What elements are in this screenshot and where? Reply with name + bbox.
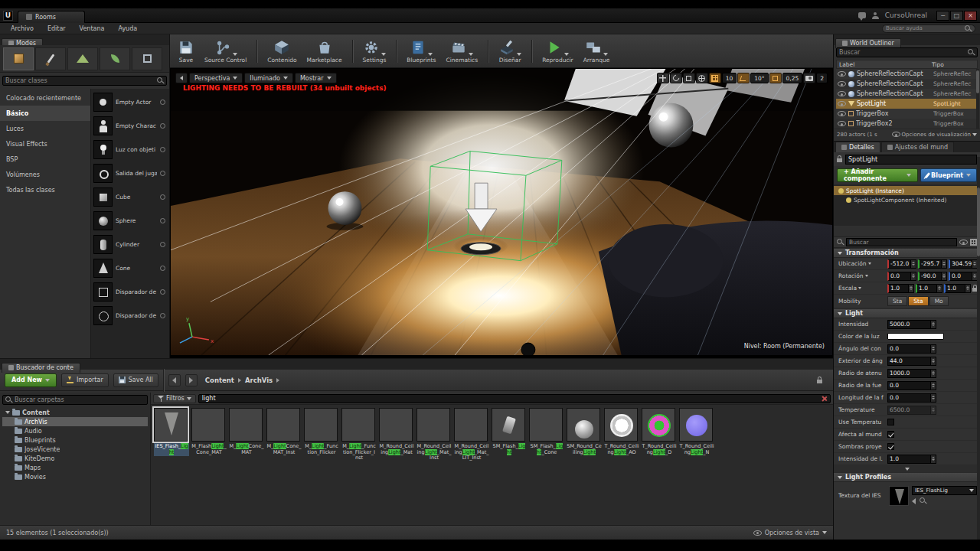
drag-handle-icon[interactable] bbox=[160, 313, 165, 318]
viewport-options-button[interactable] bbox=[175, 73, 188, 83]
chevron-down-icon[interactable] bbox=[858, 287, 861, 289]
drag-handle-icon[interactable] bbox=[160, 171, 165, 176]
value-field[interactable]: 6500.0 bbox=[887, 406, 936, 415]
outliner-search-input[interactable] bbox=[839, 49, 965, 56]
filters-button[interactable]: Filtros bbox=[153, 394, 196, 403]
folder-audio[interactable]: Audio bbox=[2, 426, 148, 435]
asset-t-round-ceilinglight-ao[interactable]: T_Round_CeilingLight_AO bbox=[604, 408, 639, 462]
breadcrumb-content[interactable]: Content bbox=[205, 377, 234, 384]
spinner[interactable] bbox=[910, 260, 916, 268]
spinner[interactable] bbox=[908, 285, 913, 292]
column-type[interactable]: Tipo bbox=[932, 61, 975, 68]
asset-sm-flash-light[interactable]: SM_Flash_Light bbox=[492, 408, 527, 462]
help-search-input[interactable] bbox=[886, 25, 962, 31]
spinner[interactable] bbox=[972, 272, 977, 280]
value-field[interactable]: 1.0 bbox=[887, 455, 936, 464]
mobility-option-1[interactable]: Sta bbox=[908, 296, 928, 306]
toolbar-disenar-button[interactable]: Diseñar bbox=[498, 39, 521, 64]
breadcrumb-archvis[interactable]: ArchVis bbox=[245, 377, 273, 384]
value-field[interactable]: 0.0 bbox=[887, 381, 936, 390]
details-search-input[interactable] bbox=[846, 238, 957, 246]
class-search[interactable] bbox=[2, 76, 167, 86]
scale-snap-value[interactable]: 0,25 bbox=[782, 73, 803, 83]
folder-content-root[interactable]: Content bbox=[2, 408, 148, 417]
mode-paint-button[interactable] bbox=[35, 47, 66, 70]
drag-handle-icon[interactable] bbox=[160, 123, 165, 129]
lock-icon[interactable] bbox=[837, 158, 842, 162]
checkbox[interactable] bbox=[887, 419, 894, 425]
category-basico[interactable]: Básico bbox=[0, 106, 90, 121]
rotation-snap-value[interactable]: 10° bbox=[750, 73, 768, 83]
mobility-option-2[interactable]: Mo bbox=[929, 296, 949, 306]
placeable-disparador-de[interactable]: Disparador de bbox=[91, 280, 169, 304]
visibility-eye-icon[interactable] bbox=[838, 91, 846, 96]
chrome-sphere-right[interactable] bbox=[649, 103, 694, 148]
add-component-button[interactable]: + Añadir componente bbox=[837, 168, 918, 182]
grid-snap-value[interactable]: 10 bbox=[722, 73, 737, 83]
outliner-row-spherereflectioncapt[interactable]: SphereReflectionCapt SphereReflec bbox=[836, 89, 978, 99]
clear-search-icon[interactable] bbox=[821, 396, 827, 402]
asset-t-round-ceilinglight-n[interactable]: T_Round_CeilingLight_N bbox=[679, 408, 714, 462]
tab-detalles[interactable]: Detalles bbox=[835, 142, 880, 152]
world-space-toggle[interactable] bbox=[696, 73, 708, 83]
menu-archivo[interactable]: Archivo bbox=[5, 24, 40, 34]
drag-handle-icon[interactable] bbox=[160, 218, 165, 223]
close-button[interactable]: × bbox=[964, 11, 977, 21]
visibility-eye-icon[interactable] bbox=[838, 111, 846, 116]
section-light[interactable]: Light bbox=[834, 308, 980, 318]
details-scrollbar[interactable] bbox=[977, 157, 980, 540]
column-label[interactable]: Label bbox=[839, 61, 929, 68]
chevron-down-icon[interactable] bbox=[865, 275, 868, 277]
toolbar-save-button[interactable]: Save bbox=[178, 39, 194, 64]
folder-maps[interactable]: Maps bbox=[2, 463, 148, 472]
rotation-snap-toggle[interactable] bbox=[737, 73, 750, 83]
expanded-arrow-icon[interactable] bbox=[5, 411, 10, 414]
import-button[interactable]: Importar bbox=[61, 373, 109, 387]
value-x[interactable]: 1.0 bbox=[887, 284, 914, 293]
chrome-sphere-left[interactable] bbox=[328, 191, 362, 225]
asset-m-light-function-flicker[interactable]: M_Light_Function_Flicker bbox=[304, 408, 339, 462]
spinner[interactable] bbox=[930, 394, 936, 402]
spinner[interactable] bbox=[930, 382, 936, 390]
outliner-row-triggerbox2[interactable]: TriggerBox2 TriggerBox bbox=[836, 119, 978, 129]
value-field[interactable]: 0.0 bbox=[887, 344, 936, 354]
category-colocado-recientemente[interactable]: Colocado recientemente bbox=[0, 90, 90, 106]
placeable-salida-del-juga[interactable]: Salida del juga bbox=[91, 161, 169, 185]
save-all-button[interactable]: Save All bbox=[113, 373, 158, 387]
minimize-button[interactable]: − bbox=[936, 11, 949, 21]
asset-search-input[interactable] bbox=[202, 395, 821, 402]
toolbar-reproducir-button[interactable]: Reproducir bbox=[542, 39, 573, 64]
settings-grid-icon[interactable] bbox=[970, 239, 977, 246]
viewport-iluminado-button[interactable]: Iluminado bbox=[244, 73, 293, 83]
viewport[interactable]: y x LIGHTING NEEDS TO BE REBUILT (34 unb… bbox=[170, 68, 833, 356]
section-light-profiles[interactable]: Light Profiles bbox=[834, 472, 980, 482]
help-search[interactable] bbox=[882, 24, 975, 33]
show-advanced-button[interactable] bbox=[834, 465, 980, 472]
value-field[interactable]: 44.0 bbox=[887, 357, 936, 366]
mobility-option-0[interactable]: Sta bbox=[887, 296, 907, 306]
blueprint-button[interactable]: Blueprint bbox=[920, 168, 977, 182]
visibility-eye-icon[interactable] bbox=[838, 101, 846, 106]
toolbar-contenido-button[interactable]: Contenido bbox=[267, 39, 296, 64]
asset-m-flashlight-cone-mat[interactable]: M_FlashLight_Cone_MAT bbox=[191, 408, 227, 462]
forward-button[interactable] bbox=[185, 374, 198, 386]
spinner[interactable] bbox=[941, 260, 946, 268]
menu-ventana[interactable]: Ventana bbox=[74, 24, 111, 34]
placeable-cone[interactable]: Cone bbox=[91, 256, 169, 280]
folder-blueprints[interactable]: Blueprints bbox=[2, 435, 148, 445]
spinner[interactable] bbox=[930, 321, 936, 328]
drag-handle-icon[interactable] bbox=[160, 242, 165, 247]
feedback-icon[interactable] bbox=[858, 12, 866, 18]
eye-icon[interactable] bbox=[959, 240, 968, 245]
mode-foliage-button[interactable] bbox=[100, 47, 130, 70]
asset-m-round-ceilinglight-mat-lit-inst[interactable]: M_Round_CeilingLight_Mat_LIT_Inst bbox=[454, 408, 489, 462]
drag-handle-icon[interactable] bbox=[160, 266, 165, 271]
outliner-row-triggerbox[interactable]: TriggerBox TriggerBox bbox=[836, 109, 978, 119]
toolbar-marketplace-button[interactable]: Marketplace bbox=[307, 39, 342, 64]
outliner-row-spherereflectioncapt[interactable]: SphereReflectionCapt SphereReflec bbox=[836, 79, 978, 89]
drag-handle-icon[interactable] bbox=[160, 289, 165, 295]
camera-speed-button[interactable] bbox=[803, 73, 815, 83]
outliner-scrollbar[interactable] bbox=[976, 69, 979, 129]
spinner[interactable] bbox=[930, 455, 936, 463]
view-options-button[interactable]: Opciones de vista bbox=[753, 530, 827, 536]
